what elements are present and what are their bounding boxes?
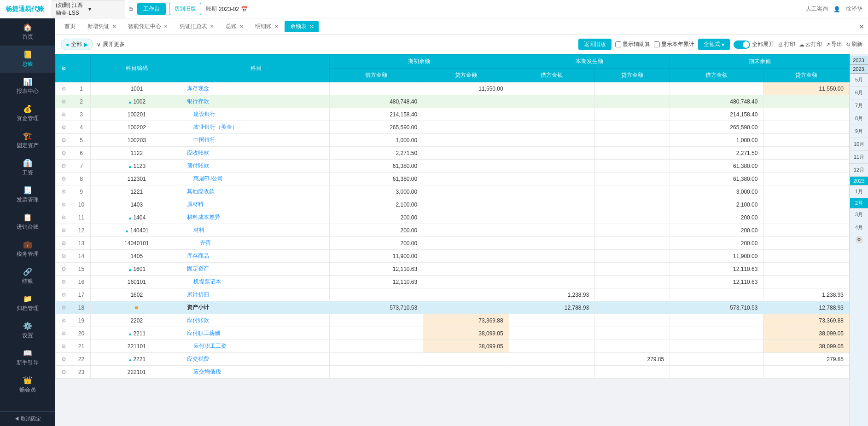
- subject-link[interactable]: 库存现金: [187, 85, 209, 92]
- row-settings[interactable]: ⚙: [56, 211, 72, 224]
- sidebar-item-ledger[interactable]: 📒 总账: [0, 46, 55, 73]
- subject-name[interactable]: 应付职工薪酬: [183, 327, 329, 340]
- calendar-icon[interactable]: 📅: [241, 6, 248, 12]
- company-selector[interactable]: (勿删) 江西融金-LSS ▾: [52, 0, 125, 18]
- subject-link[interactable]: 应付账款: [187, 317, 209, 323]
- row-settings[interactable]: ⚙: [56, 95, 72, 108]
- show-ytd-checkbox[interactable]: [654, 41, 660, 47]
- tab-smart-voucher[interactable]: 智能凭证中心 ✕: [122, 21, 173, 32]
- subject-name[interactable]: 其他应收款: [183, 185, 329, 198]
- subject-link[interactable]: 累计折旧: [187, 291, 209, 298]
- row-settings[interactable]: ⚙: [56, 173, 72, 185]
- subject-name[interactable]: 应交增值税: [183, 366, 329, 379]
- row-settings[interactable]: ⚙: [56, 160, 72, 173]
- sidebar-item-settings[interactable]: ⚙️ 设置: [0, 317, 55, 344]
- table-scroll[interactable]: ⚙ 科目编码 科目 期初余额 本期发生额 期末余额 借方金额 贷方金额 借方金额: [55, 54, 850, 426]
- subject-name[interactable]: 库存商品: [183, 250, 329, 263]
- subject-link[interactable]: 壹蛋: [200, 240, 211, 246]
- subject-name[interactable]: 材料成本差异: [183, 211, 329, 224]
- switch-button[interactable]: 切到旧版: [169, 3, 201, 15]
- right-panel-jan[interactable]: 1月: [850, 185, 868, 198]
- subject-name[interactable]: 材料: [183, 224, 329, 237]
- close-icon[interactable]: ✕: [239, 24, 243, 29]
- subject-link[interactable]: 机提票记本: [193, 278, 221, 285]
- subject-link[interactable]: 银行存款: [187, 98, 209, 104]
- subject-name[interactable]: 固定资产: [183, 263, 329, 276]
- sidebar-item-funds[interactable]: 💰 资金管理: [0, 100, 55, 127]
- subject-name[interactable]: 机提票记本: [183, 276, 329, 288]
- subject-name[interactable]: 预付账款: [183, 160, 329, 173]
- subject-name[interactable]: 应收账款: [183, 147, 329, 160]
- row-settings[interactable]: ⚙: [56, 301, 72, 314]
- row-settings[interactable]: ⚙: [56, 276, 72, 288]
- settings-dot[interactable]: ⚙: [850, 236, 868, 243]
- close-icon[interactable]: ✕: [274, 24, 278, 29]
- row-settings[interactable]: ⚙: [56, 340, 72, 353]
- subject-name[interactable]: 壹蛋: [183, 237, 329, 250]
- subject-link[interactable]: 应交税费: [187, 356, 209, 362]
- row-settings[interactable]: ⚙: [56, 185, 72, 198]
- subject-name[interactable]: 农业银行（美金）: [183, 121, 329, 134]
- tab-detail-ledger[interactable]: 明细账 ✕: [250, 21, 284, 32]
- sidebar-item-purchase[interactable]: 📋 进销台账: [0, 208, 55, 236]
- row-settings[interactable]: ⚙: [56, 224, 72, 237]
- subject-link[interactable]: 材料: [193, 227, 204, 233]
- row-settings[interactable]: ⚙: [56, 263, 72, 276]
- show-aux-checkbox-label[interactable]: 显示辅助算: [615, 40, 650, 48]
- subject-link[interactable]: 应付职工工资: [193, 343, 227, 349]
- subject-link[interactable]: 固定资产: [187, 265, 209, 272]
- subject-name[interactable]: 银行存款: [183, 95, 329, 108]
- subject-link[interactable]: 应付职工薪酬: [187, 330, 220, 336]
- sidebar-item-settle[interactable]: 🔗 结账: [0, 263, 55, 290]
- refresh-button[interactable]: ↻ 刷新: [846, 40, 862, 48]
- subject-link[interactable]: 其他应收款: [187, 188, 215, 195]
- expand-more-button[interactable]: ∨ 展开更多: [97, 40, 125, 48]
- right-panel-sep[interactable]: 9月: [850, 125, 868, 138]
- subject-name[interactable]: 累计折旧: [183, 288, 329, 301]
- subject-name[interactable]: 原材料: [183, 198, 329, 211]
- print-button[interactable]: 🖨 打印: [778, 40, 795, 48]
- subject-link[interactable]: 农业银行（美金）: [193, 124, 238, 130]
- tab-voucher-summary[interactable]: 凭证汇总表 ✕: [174, 21, 219, 32]
- row-settings[interactable]: ⚙: [56, 353, 72, 366]
- format-button[interactable]: 全额式 ▾: [698, 39, 730, 50]
- subject-link[interactable]: 应收账款: [187, 150, 209, 156]
- tab-add-voucher[interactable]: 新增凭证 ✕: [82, 21, 122, 32]
- sidebar-item-reports[interactable]: 📊 报表中心: [0, 73, 55, 100]
- consult-link[interactable]: 人工咨询: [806, 5, 828, 13]
- row-settings[interactable]: ⚙: [56, 327, 72, 340]
- close-icon[interactable]: ✕: [112, 24, 116, 29]
- right-panel-jul[interactable]: 7月: [850, 99, 868, 112]
- subject-name[interactable]: 惠屠EU公司: [183, 173, 329, 185]
- settings-col-header[interactable]: ⚙: [56, 55, 72, 82]
- tab-home[interactable]: 首页: [59, 21, 81, 32]
- export-button[interactable]: ↗ 导出: [826, 40, 842, 48]
- cancel-fixed[interactable]: ◀ 取消固定: [0, 411, 55, 426]
- subject-link[interactable]: 预付账款: [187, 162, 209, 169]
- maximize-icon[interactable]: ✕: [859, 23, 864, 30]
- row-settings[interactable]: ⚙: [56, 108, 72, 121]
- right-panel-feb[interactable]: 2月: [850, 198, 868, 208]
- tab-balance[interactable]: 余额表 ✕: [285, 21, 319, 32]
- right-panel-oct[interactable]: 10月: [850, 138, 868, 151]
- row-settings[interactable]: ⚙: [56, 147, 72, 160]
- subject-link[interactable]: 惠屠EU公司: [193, 175, 223, 182]
- sidebar-item-guide[interactable]: 📖 新手引导: [0, 344, 55, 371]
- sidebar-item-assets[interactable]: 🏗️ 固定资产: [0, 127, 55, 154]
- tab-general-ledger[interactable]: 总账 ✕: [220, 21, 249, 32]
- sidebar-item-tax[interactable]: 💼 税务管理: [0, 236, 55, 263]
- right-panel-apr[interactable]: 4月: [850, 221, 868, 234]
- row-settings[interactable]: ⚙: [56, 121, 72, 134]
- subject-name[interactable]: 资产小计: [183, 301, 329, 314]
- right-panel-year-2023[interactable]: 2023: [850, 177, 868, 185]
- subject-link[interactable]: 材料成本差异: [187, 214, 220, 220]
- row-settings[interactable]: ⚙: [56, 314, 72, 327]
- subject-name[interactable]: 建设银行: [183, 108, 329, 121]
- subject-name[interactable]: 中国银行: [183, 134, 329, 147]
- toggle-switch[interactable]: [734, 40, 750, 49]
- sidebar-item-invoice[interactable]: 🧾 发票管理: [0, 181, 55, 208]
- subject-link[interactable]: 原材料: [187, 201, 204, 207]
- cloud-print-button[interactable]: ☁ 云打印: [799, 40, 822, 48]
- right-panel-nov[interactable]: 11月: [850, 151, 868, 164]
- sidebar-item-salary[interactable]: 👔 工资: [0, 154, 55, 181]
